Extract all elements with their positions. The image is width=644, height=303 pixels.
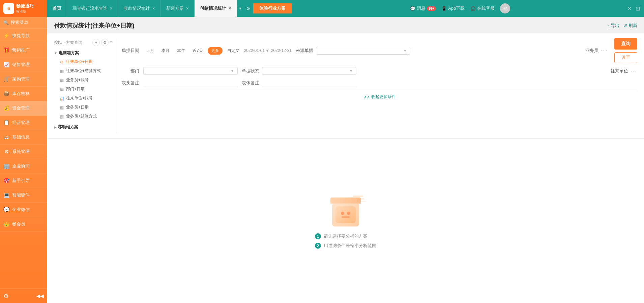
sidebar-item-basic-info[interactable]: 🗂 基础信息 — [0, 130, 47, 145]
try-industry-button[interactable]: 体验行业方案 — [255, 3, 290, 13]
window-actions: ✕ ⊡ — [626, 4, 644, 13]
tab-payment-stat[interactable]: 付款情况统计 ✕ — [195, 0, 237, 17]
export-label: 导出 — [611, 23, 619, 29]
scheme-panel: 按以下方案查询 + ⚙ « ▼ 电脑端方案 ⊙ 往来单位+日期 — [54, 38, 116, 133]
query-button[interactable]: 查询 — [614, 38, 637, 50]
headset-icon: 🎧 — [470, 6, 476, 11]
tab-home[interactable]: 首页 — [47, 0, 67, 17]
sidebar-item-label: 系统管理 — [12, 149, 30, 155]
scheme-item-partner-date[interactable]: ⊙ 往来单位+日期 — [54, 57, 113, 66]
topbar: 首页 现金银行流水查询 ✕ 收款情况统计 ✕ 新建方案 ✕ 付款情况统计 ✕ ▼… — [47, 0, 644, 17]
messages-button[interactable]: 💬 消息 99+ — [410, 5, 436, 11]
box-icon: 📦 — [3, 91, 9, 97]
settings-button[interactable]: 设置 — [614, 52, 637, 63]
app-download-button[interactable]: 📱 App下载 — [441, 5, 465, 11]
empty-state: 1 请先选择要分析的方案 2 用过滤条件来缩小分析范围 — [47, 139, 644, 303]
tab-receipt[interactable]: 收款情况统计 ✕ — [118, 0, 161, 17]
mobile-group-label: 移动端方案 — [58, 124, 78, 130]
sidebar-item-label: 畅会员 — [12, 221, 25, 227]
sidebar-item-purchase[interactable]: 🛒 采购管理 — [0, 72, 47, 87]
tab-new-scheme-close[interactable]: ✕ — [186, 6, 189, 11]
export-icon: ↑ — [607, 23, 610, 28]
partner-dots-button[interactable]: ··· — [631, 68, 637, 74]
dept-select[interactable]: ▼ — [143, 67, 238, 75]
sidebar-item-system[interactable]: ⚙ 系统管理 — [0, 145, 47, 159]
export-button[interactable]: ↑ 导出 — [607, 23, 620, 29]
sidebar-item-finance[interactable]: 💰 资金管理 — [0, 101, 47, 116]
scheme-group-mobile-title[interactable]: ▶ 移动端方案 — [54, 123, 113, 131]
close-window-icon[interactable]: ✕ — [626, 4, 633, 13]
sidebar-item-quick-nav[interactable]: ⚡ 快捷导航 — [0, 29, 47, 43]
chat-icon: 💬 — [3, 207, 9, 213]
tab-payment-stat-close[interactable]: ✕ — [228, 6, 231, 11]
tab-new-scheme[interactable]: 新建方案 ✕ — [161, 0, 195, 17]
scheme-item-label: 业务员+账号 — [66, 77, 89, 83]
filter-panel: 按以下方案查询 + ⚙ « ▼ 电脑端方案 ⊙ 往来单位+日期 — [47, 33, 644, 139]
sidebar-item-operation[interactable]: 📋 经营管理 — [0, 116, 47, 130]
sidebar-nav: ⚡ 快捷导航 🎁 营销推广 📈 销售管理 🛒 采购管理 📦 库存核算 💰 资金管… — [0, 29, 47, 289]
sidebar-item-membership[interactable]: 👑 畅会员 — [0, 217, 47, 232]
app-info: 畅捷通巧 标准版 — [16, 3, 34, 14]
date-btn-last-month[interactable]: 上月 — [143, 47, 157, 55]
staff-dots-button[interactable]: ··· — [601, 48, 608, 54]
expand-window-icon[interactable]: ⊡ — [634, 4, 641, 13]
sidebar-item-guide[interactable]: 🎯 新手引导 — [0, 174, 47, 188]
date-btn-more[interactable]: 更多 — [208, 47, 223, 55]
page-title: 付款情况统计(往来单位+日期) — [54, 22, 135, 30]
tab-dropdown-icon[interactable]: ▼ — [237, 5, 243, 12]
source-select[interactable]: ▼ — [316, 47, 410, 55]
collapse-more-button[interactable]: ∧∧ 收起更多条件 — [122, 91, 637, 102]
tab-bank-flow-label: 现金银行流水查询 — [72, 5, 108, 11]
scheme-group-pc-title[interactable]: ▼ 电脑端方案 — [54, 49, 113, 57]
doc-status-select[interactable]: ▼ — [262, 67, 356, 75]
scheme-item-staff-date[interactable]: ▦ 业务员+日期 — [54, 103, 113, 112]
footer-settings-icon[interactable]: ⚙ — [3, 292, 9, 300]
empty-hint-2: 2 用过滤条件来缩小分析范围 — [315, 243, 376, 249]
scheme-add-button[interactable]: + — [92, 39, 100, 46]
sidebar-item-hardware[interactable]: 💻 智能硬件 — [0, 188, 47, 203]
tab-receipt-close[interactable]: ✕ — [152, 6, 155, 11]
footer-collapse-icon[interactable]: ◀◀ — [36, 293, 44, 299]
user-avatar[interactable]: Rit — [500, 3, 510, 13]
sidebar-item-inventory[interactable]: 📦 库存核算 — [0, 87, 47, 101]
scheme-item-label: 往来单位+日期 — [66, 59, 93, 65]
body-note-input[interactable] — [262, 79, 356, 87]
settings-icon: ⚙ — [3, 149, 9, 155]
online-service-button[interactable]: 🎧 在线客服 — [470, 5, 495, 11]
date-btn-custom[interactable]: 自定义 — [225, 47, 242, 55]
sidebar-item-label: 经营管理 — [12, 120, 30, 126]
sidebar-item-label: 智能硬件 — [12, 192, 30, 198]
scheme-collapse-button[interactable]: « — [110, 39, 113, 46]
scheme-item-staff-settlement[interactable]: ▦ 业务员+结算方式 — [54, 112, 113, 121]
topbar-tabs: 首页 现金银行流水查询 ✕ 收款情况统计 ✕ 新建方案 ✕ 付款情况统计 ✕ — [47, 0, 237, 17]
tab-bank-flow-close[interactable]: ✕ — [110, 6, 113, 11]
filter-row-2: 部门 ▼ 单据状态 ▼ 往来单位 ··· — [122, 67, 637, 75]
phone-icon: 📱 — [441, 6, 447, 11]
scheme-item-partner-settlement[interactable]: ▦ 往来单位+结算方式 — [54, 66, 113, 75]
hint-1-text: 请先选择要分析的方案 — [324, 233, 368, 239]
scheme-settings-button[interactable]: ⚙ — [101, 39, 109, 46]
scheme-item-dept-date[interactable]: ▦ 部门+日期 — [54, 85, 113, 94]
refresh-button[interactable]: ↺ 刷新 — [623, 23, 637, 29]
empty-hint-1: 1 请先选择要分析的方案 — [315, 233, 376, 239]
sidebar-item-enterprise-collab[interactable]: 🏢 企业协同 — [0, 159, 47, 174]
sidebar-item-sales[interactable]: 📈 销售管理 — [0, 58, 47, 72]
sidebar-item-search[interactable]: 🔍 搜索菜单 — [0, 17, 47, 29]
sidebar-item-weixin[interactable]: 💬 企业微信 — [0, 203, 47, 217]
pc-group-label: 电脑端方案 — [59, 50, 79, 56]
topbar-gear-icon[interactable]: ⚙ — [245, 4, 252, 12]
building-icon: 🏢 — [3, 163, 9, 169]
source-select-arrow: ▼ — [403, 49, 407, 53]
message-badge: 99+ — [427, 6, 436, 11]
staff-filter-label: 业务员 — [581, 48, 598, 54]
refresh-label: 刷新 — [628, 23, 637, 29]
scheme-item-partner-account[interactable]: 📊 往来单位+账号 — [54, 94, 113, 103]
scheme-item-staff-account[interactable]: ▦ 业务员+账号 — [54, 75, 113, 85]
tab-bank-flow[interactable]: 现金银行流水查询 ✕ — [67, 0, 118, 17]
partner-filter-group: 往来单位 ··· — [611, 68, 637, 74]
header-note-input[interactable] — [143, 79, 238, 87]
date-btn-7days[interactable]: 近7天 — [190, 47, 206, 55]
date-btn-this-month[interactable]: 本月 — [159, 47, 172, 55]
date-btn-this-year[interactable]: 本年 — [174, 47, 188, 55]
sidebar-item-marketing[interactable]: 🎁 营销推广 — [0, 43, 47, 58]
